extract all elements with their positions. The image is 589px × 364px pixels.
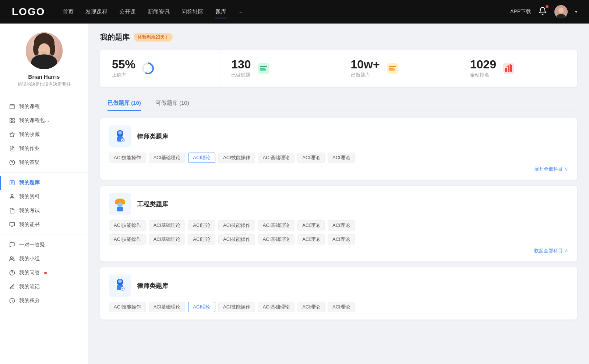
tag[interactable]: ACI技能操作 [218,153,255,163]
sidebar-item-one-on-one[interactable]: 一对一答疑 [0,238,88,252]
tab-available-banks[interactable]: 可做题库 (10) [148,96,197,110]
svg-rect-36 [260,68,265,69]
tag[interactable]: ACI基础理论 [149,302,186,312]
stat-done-questions-label: 已做试题 [231,72,251,78]
tag[interactable]: ACI基础理论 [149,220,186,231]
svg-point-26 [11,195,13,196]
sidebar-item-profile-data[interactable]: 我的资料 [0,190,88,204]
certificates-label: 我的证书 [19,221,40,228]
my-questions-label: 我的问答 [19,270,40,276]
sidebar-item-points[interactable]: 我的积分 [0,294,88,308]
tag[interactable]: ACI技能操作 [218,220,255,231]
done-questions-icon [257,62,270,75]
sidebar-item-my-qa[interactable]: 我的答疑 [0,156,88,169]
engineer1-tags-row1: ACI技能操作 ACI基础理论 ACI理论 ACI技能操作 ACI基础理论 AC… [109,220,568,231]
tag[interactable]: ACI理论 [328,234,355,245]
tabs-row: 已做题库 (10) 可做题库 (10) [100,96,577,111]
stat-done-banks: 10w+ 已做题库 [339,50,458,87]
tag[interactable]: ACI理论 [297,302,325,312]
tag-active[interactable]: ACI理论 [188,302,215,312]
tag[interactable]: ACI技能操作 [109,220,146,231]
stats-row: 55% 正确率 130 已做试题 [100,50,577,87]
tag[interactable]: ACI基础理论 [258,234,295,245]
lawyer2-tags: ACI技能操作 ACI基础理论 ACI理论 ACI技能操作 ACI基础理论 AC… [109,302,568,312]
tag[interactable]: ACI技能操作 [218,302,255,312]
sidebar-divider-2 [0,235,88,235]
trial-badge: 体验剩余23天！ [134,33,173,42]
svg-point-7 [33,42,39,56]
bell-icon [538,7,547,15]
tag-active[interactable]: ACI理论 [188,153,215,163]
stat-done-questions: 130 已做试题 [219,50,339,87]
tag[interactable]: ACI理论 [328,302,355,312]
tag[interactable]: ACI理论 [188,220,215,231]
one-on-one-label: 一对一答疑 [19,242,45,248]
nav-more[interactable]: ··· [238,7,243,17]
tag[interactable]: ACI基础理论 [149,234,186,245]
avatar-dropdown-icon[interactable]: ▾ [575,9,577,14]
accuracy-chart-icon [141,62,155,75]
sidebar-item-courses[interactable]: 我的课程 [0,100,88,114]
stat-done-questions-value: 130 [231,58,251,70]
expand-lawyer1-button[interactable]: 展开全部科目 ∨ [109,166,568,172]
favorites-icon [9,131,15,138]
sidebar-item-homework[interactable]: 我的作业 [0,142,88,156]
svg-rect-16 [13,121,14,123]
nav-links: 首页 发现课程 公开课 新闻资讯 问答社区 题库 ··· [63,7,510,17]
nav-qa[interactable]: 问答社区 [181,7,204,17]
list-green-icon [257,62,270,75]
tag[interactable]: ACI理论 [297,234,325,245]
svg-rect-27 [10,222,14,226]
tag[interactable]: ACI技能操作 [109,153,146,163]
svg-point-10 [38,43,50,57]
tag[interactable]: ACI理论 [328,153,355,163]
tag[interactable]: ACI理论 [328,220,355,231]
tag[interactable]: ACI技能操作 [109,302,146,312]
tag[interactable]: ACI技能操作 [109,234,146,245]
sidebar-item-my-questions[interactable]: 我的问答 [0,266,88,280]
nav-questionbank[interactable]: 题库 [215,7,226,17]
bank-card-lawyer1: 律师类题库 ACI技能操作 ACI基础理论 ACI理论 ACI技能操作 ACI基… [100,118,577,180]
nav-discover[interactable]: 发现课程 [85,7,107,17]
avatar[interactable] [554,5,568,18]
lawyer1-tags: ACI技能操作 ACI基础理论 ACI理论 ACI技能操作 ACI基础理论 AC… [109,153,568,163]
sidebar-item-groups[interactable]: 我的小组 [0,252,88,266]
sidebar-item-certificates[interactable]: 我的证书 [0,218,88,232]
nav-opencourse[interactable]: 公开课 [119,7,136,17]
svg-rect-44 [508,66,509,72]
avatar-image [554,5,568,18]
tag[interactable]: ACI基础理论 [258,302,295,312]
sidebar-item-course-packages[interactable]: 我的课程包... [0,114,88,128]
sidebar-item-exams[interactable]: 我的考试 [0,204,88,218]
sidebar-item-question-bank[interactable]: 我的题库 [0,176,88,190]
nav-news[interactable]: 新闻资讯 [148,7,170,17]
tag[interactable]: ACI基础理论 [258,220,295,231]
tag[interactable]: ACI基础理论 [149,153,186,163]
collapse-engineer1-button[interactable]: 收起全部科目 ∧ [109,247,568,254]
nav-home[interactable]: 首页 [63,7,74,17]
avatar-svg [554,5,568,18]
app-download-button[interactable]: APP下载 [510,8,531,15]
logo: LOGO [12,6,45,18]
svg-rect-39 [389,66,396,67]
avatar-decoration [26,32,63,69]
tag[interactable]: ACI理论 [188,234,215,245]
notes-label: 我的笔记 [19,283,40,290]
sidebar-item-favorites[interactable]: 我的收藏 [0,128,88,142]
svg-point-53 [117,202,123,207]
tab-done-banks[interactable]: 已做题库 (10) [100,96,148,110]
svg-rect-41 [389,69,395,71]
tag[interactable]: ACI技能操作 [218,234,255,245]
question-bank-label: 我的题库 [19,179,40,186]
profile-data-label: 我的资料 [19,193,40,200]
profile-avatar[interactable] [26,32,63,69]
notification-bell-button[interactable] [538,7,547,17]
tag[interactable]: ACI基础理论 [258,153,295,163]
navbar-right: APP下载 ▾ [510,5,577,18]
tag[interactable]: ACI理论 [297,153,325,163]
engineer1-title: 工程类题库 [137,200,168,208]
sidebar-item-notes[interactable]: 我的笔记 [0,280,88,294]
profile-motto: 错误的决定比没有决定要好 [18,81,71,88]
svg-rect-15 [10,121,12,123]
tag[interactable]: ACI理论 [297,220,325,231]
